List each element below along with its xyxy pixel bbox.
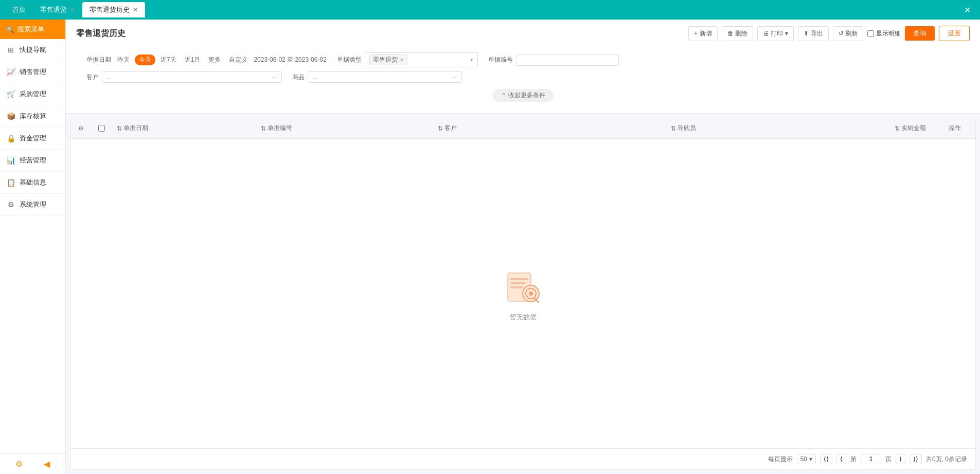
customer-input[interactable]: [102, 71, 282, 83]
sidebar-item-purchase-mgmt[interactable]: 🛒 采购管理: [0, 83, 65, 105]
show-detail-checkbox[interactable]: [867, 30, 874, 37]
settings-bottom-icon[interactable]: ⚙: [15, 459, 23, 469]
sidebar-item-basic-info[interactable]: 📋 基础信息: [0, 172, 65, 194]
sidebar-search[interactable]: 🔍 搜索菜单: [0, 20, 65, 39]
collapse-button[interactable]: ⌃ 收起更多条件: [493, 89, 554, 102]
th-date[interactable]: ⇅ 单据日期: [112, 124, 256, 133]
collapse-arrow-icon: ⌃: [501, 92, 506, 99]
tab-home[interactable]: 首页: [5, 2, 33, 17]
date-filter-item: 单据日期 昨天 今天 近7天 近1月 更多 自定义 2023-06-02 至 2…: [86, 54, 327, 65]
date-shortcut-month[interactable]: 近1月: [182, 54, 204, 65]
collapse-sidebar-icon[interactable]: ◀: [44, 459, 50, 469]
svg-rect-3: [510, 286, 523, 288]
sort-customer-icon: ⇅: [438, 125, 443, 132]
bill-no-input[interactable]: [516, 54, 619, 66]
page-last-button[interactable]: ⟩⟩: [910, 454, 922, 464]
bill-no-filter-item: 单据编号: [488, 54, 619, 66]
page-prev-button[interactable]: ⟨: [836, 454, 846, 464]
bill-type-label: 单据类型: [337, 56, 362, 64]
date-filter-label: 单据日期: [86, 56, 111, 64]
query-button[interactable]: 查询: [905, 26, 935, 41]
goods-input[interactable]: [308, 71, 462, 83]
sidebar-item-finance[interactable]: 🔒 资金管理: [0, 127, 65, 150]
sidebar-item-quick-nav[interactable]: ⊞ 快捷导航: [0, 39, 65, 61]
sort-bill-no-icon: ⇅: [261, 125, 266, 132]
th-guide[interactable]: ⇅ 导购员: [666, 124, 810, 133]
settings-button[interactable]: 设置: [939, 26, 970, 41]
sales-mgmt-icon: 📈: [6, 67, 15, 77]
delete-button[interactable]: 🗑 删除: [722, 26, 753, 41]
empty-state-icon: [503, 265, 544, 306]
filter-area: 单据日期 昨天 今天 近7天 近1月 更多 自定义 2023-06-02 至 2…: [76, 47, 970, 113]
bill-type-tag-close[interactable]: ✕: [400, 57, 404, 63]
print-button[interactable]: 🖨 打印 ▾: [757, 26, 794, 41]
th-checkbox[interactable]: [91, 125, 112, 132]
toolbar-buttons: + 新增 🗑 删除 🖨 打印 ▾ ⬆ 导出 ↺ 刷新 显示明细 查询 设置: [688, 26, 970, 41]
date-shortcut-custom[interactable]: 自定义: [226, 54, 251, 65]
table-header: ⚙ ⇅ 单据日期 ⇅ 单据编号 ⇅ 客户 ⇅: [70, 118, 975, 139]
sidebar-item-inventory[interactable]: 📦 库存核算: [0, 105, 65, 127]
settings-icon: ⚙: [78, 125, 84, 132]
goods-input-ellipsis: ···: [453, 74, 458, 81]
page-title: 零售退货历史: [76, 28, 126, 39]
page-next-button[interactable]: ⟩: [896, 454, 905, 464]
date-shortcut-week[interactable]: 近7天: [157, 54, 180, 65]
customer-label: 客户: [86, 73, 99, 82]
sidebar-item-sales-mgmt[interactable]: 📈 销售管理: [0, 61, 65, 83]
system-mgmt-icon: ⚙: [6, 200, 15, 209]
window-close-button[interactable]: ✕: [960, 3, 975, 17]
date-range-text: 2023-06-02 至 2023-06-02: [254, 56, 326, 64]
purchase-mgmt-icon: 🛒: [6, 89, 15, 99]
sort-date-icon: ⇅: [117, 125, 122, 132]
operations-icon: 📊: [6, 156, 15, 165]
date-shortcut-more[interactable]: 更多: [205, 54, 224, 65]
bill-type-filter-item: 单据类型 零售退货 ✕ ▾: [337, 52, 478, 67]
tab-bar: 首页 零售退货 ✕ 零售退货历史 ✕ ✕: [0, 0, 980, 20]
refresh-button[interactable]: ↺ 刷新: [833, 26, 863, 41]
svg-point-7: [529, 291, 533, 296]
pagination: 每页显示 50 ▾ ⟨⟨ ⟨ 第 页 ⟩ ⟩⟩ 共0页, 0条记录: [70, 448, 975, 469]
date-shortcuts: 昨天 今天 近7天 近1月 更多 自定义: [114, 54, 251, 65]
page-input[interactable]: [861, 454, 881, 464]
bill-type-select[interactable]: 零售退货 ✕ ▾: [365, 52, 478, 67]
page-size-select[interactable]: 50 ▾: [797, 454, 816, 464]
th-bill-no[interactable]: ⇅ 单据编号: [256, 124, 433, 133]
svg-rect-1: [510, 278, 528, 280]
select-all-checkbox[interactable]: [98, 125, 105, 132]
date-shortcut-today[interactable]: 今天: [135, 54, 155, 65]
sidebar-item-operations[interactable]: 📊 经营管理: [0, 150, 65, 172]
empty-text: 暂无数据: [510, 313, 537, 322]
filter-row-1: 单据日期 昨天 今天 近7天 近1月 更多 自定义 2023-06-02 至 2…: [86, 52, 959, 67]
content-area: 零售退货历史 + 新增 🗑 删除 🖨 打印 ▾ ⬆ 导出 ↺ 刷新 显示明细 查…: [66, 20, 980, 474]
th-customer[interactable]: ⇅ 客户: [433, 124, 666, 133]
th-settings[interactable]: ⚙: [70, 125, 91, 132]
export-button[interactable]: ⬆ 导出: [798, 26, 828, 41]
print-dropdown-icon: ▾: [785, 30, 788, 37]
page-title-row: 零售退货历史 + 新增 🗑 删除 🖨 打印 ▾ ⬆ 导出 ↺ 刷新 显示明细 查…: [76, 26, 970, 41]
table-container: ⚙ ⇅ 单据日期 ⇅ 单据编号 ⇅ 客户 ⇅: [70, 118, 976, 470]
th-amount[interactable]: ⇅ 实销金额: [810, 124, 934, 133]
th-op: 操作: [934, 124, 975, 133]
main-layout: 🔍 搜索菜单 ⊞ 快捷导航 📈 销售管理 🛒 采购管理 📦 库存核算 🔒 资金管…: [0, 20, 980, 474]
finance-icon: 🔒: [6, 134, 15, 143]
customer-input-ellipsis: ···: [273, 74, 278, 81]
svg-rect-2: [510, 282, 526, 284]
bill-type-tag: 零售退货 ✕: [369, 54, 407, 65]
empty-state: 暂无数据: [70, 139, 975, 448]
date-shortcut-yesterday[interactable]: 昨天: [114, 54, 133, 65]
customer-filter-item: 客户 ···: [86, 71, 282, 83]
tab-retail-return-history[interactable]: 零售退货历史 ✕: [82, 2, 145, 17]
inventory-icon: 📦: [6, 112, 15, 121]
sidebar: 🔍 搜索菜单 ⊞ 快捷导航 📈 销售管理 🛒 采购管理 📦 库存核算 🔒 资金管…: [0, 20, 66, 474]
goods-filter-item: 商品 ···: [292, 71, 462, 83]
sidebar-item-system-mgmt[interactable]: ⚙ 系统管理: [0, 194, 65, 216]
show-detail-label: 显示明细: [867, 29, 901, 38]
page-first-button[interactable]: ⟨⟨: [820, 454, 832, 464]
tab-retail-return[interactable]: 零售退货 ✕: [33, 2, 82, 17]
page-size-dropdown-icon: ▾: [809, 455, 812, 463]
new-button[interactable]: + 新增: [688, 26, 717, 41]
tab-retail-return-close[interactable]: ✕: [70, 6, 75, 13]
tab-retail-return-history-close[interactable]: ✕: [133, 6, 138, 13]
basic-info-icon: 📋: [6, 178, 15, 187]
sidebar-bottom: ⚙ ◀: [0, 453, 65, 474]
